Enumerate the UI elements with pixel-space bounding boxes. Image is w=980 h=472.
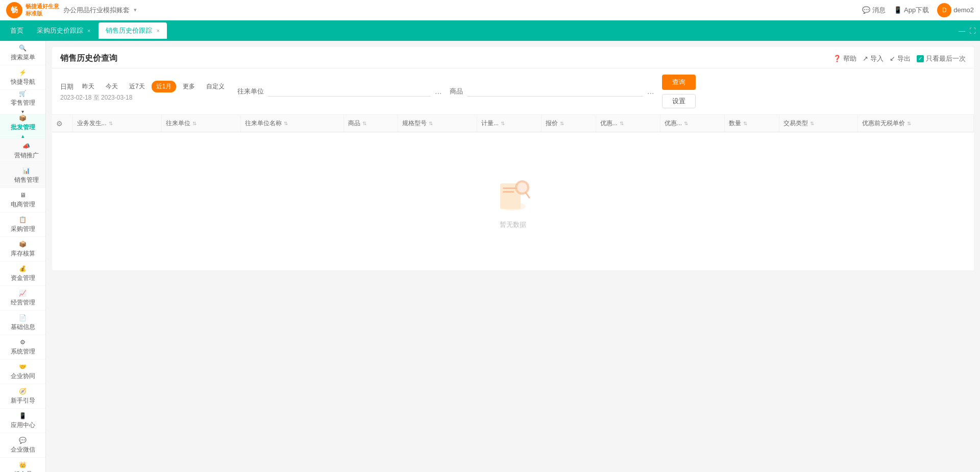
date-btn-yesterday[interactable]: 昨天	[78, 81, 99, 92]
sidebar-item-system[interactable]: ⚙ 系统管理	[0, 335, 45, 360]
col-quote[interactable]: 报价 ⇅	[542, 115, 596, 132]
sort-quantity: ⇅	[743, 121, 747, 126]
wechat-icon: 💬	[19, 437, 27, 444]
tab-minimize-icon[interactable]: —	[959, 27, 965, 35]
sidebar-item-app-center[interactable]: 📱 应用中心	[0, 409, 45, 433]
sidebar-item-retail[interactable]: 🛒 零售管理 ▾	[0, 90, 45, 114]
filter-row: 日期 昨天 今天 近7天 近1月 更多 自定义 2023-02-18 至 202…	[60, 75, 966, 108]
export-icon: ↙	[890, 55, 895, 62]
col-spec[interactable]: 规格型号 ⇅	[398, 115, 477, 132]
basic-info-icon: 📄	[19, 314, 27, 321]
sidebar-item-member[interactable]: 👑 畅会员	[0, 458, 45, 472]
checkbox-checked-icon: ✓	[917, 55, 924, 62]
svg-rect-3	[503, 191, 514, 193]
col-business-date[interactable]: 业务发生... ⇅	[72, 115, 162, 132]
app-download-button[interactable]: 📱 App下载	[894, 6, 929, 15]
table-settings-icon[interactable]: ⚙	[56, 120, 63, 128]
sort-source-unit: ⇅	[192, 121, 197, 126]
source-unit-input[interactable]	[268, 86, 431, 97]
col-discount2[interactable]: 优惠... ⇅	[660, 115, 725, 132]
sidebar-item-operation[interactable]: 📈 经营管理	[0, 286, 45, 311]
sort-discount2: ⇅	[684, 121, 688, 126]
source-unit-label: 往来单位	[237, 87, 264, 96]
sidebar-item-enterprise-collab[interactable]: 🤝 企业协同	[0, 360, 45, 384]
sidebar-item-inventory[interactable]: 📦 库存核算	[0, 237, 45, 262]
sort-pre-tax: ⇅	[907, 121, 911, 126]
col-settings: ⚙	[52, 115, 72, 132]
date-btn-1month[interactable]: 近1月	[152, 81, 177, 92]
sidebar-item-marketing[interactable]: 📣 营销推广	[0, 139, 45, 163]
sidebar-item-purchase[interactable]: 📋 采购管理	[0, 213, 45, 237]
sort-business-date: ⇅	[109, 121, 113, 126]
collab-icon: 🤝	[19, 363, 27, 370]
tab-purchase-close[interactable]: ×	[87, 28, 90, 34]
data-table: ⚙ 业务发生... ⇅ 往来单位	[52, 115, 974, 132]
col-trade-type[interactable]: 交易类型 ⇅	[779, 115, 857, 132]
message-button[interactable]: 💬 消息	[862, 6, 886, 15]
col-discount1[interactable]: 优惠... ⇅	[596, 115, 660, 132]
sort-source-unit-name: ⇅	[284, 121, 288, 126]
sidebar-item-guide[interactable]: 🧭 新手引导	[0, 384, 45, 409]
setting-button[interactable]: 设置	[662, 94, 696, 108]
guide-icon: 🧭	[19, 388, 27, 395]
col-quantity[interactable]: 数量 ⇅	[725, 115, 779, 132]
empty-icon	[493, 173, 533, 214]
source-unit-picker[interactable]: ...	[435, 87, 442, 96]
date-btn-today[interactable]: 今天	[101, 81, 122, 92]
purchase-icon: 📋	[19, 216, 27, 223]
col-pre-tax[interactable]: 优惠前无税单价 ⇅	[858, 115, 974, 132]
download-icon: 📱	[894, 6, 902, 14]
sidebar-item-sales-mgmt[interactable]: 📊 销售管理	[0, 163, 45, 188]
window-title-dropdown[interactable]: ▾	[134, 7, 137, 13]
goods-picker[interactable]: ...	[647, 87, 654, 96]
goods-input[interactable]	[467, 86, 643, 97]
tab-bar-controls: — ⛶	[959, 27, 976, 35]
col-goods[interactable]: 商品 ⇅	[344, 115, 398, 132]
help-icon: ❓	[833, 55, 841, 62]
tab-maximize-icon[interactable]: ⛶	[969, 27, 976, 35]
date-filter: 日期 昨天 今天 近7天 近1月 更多 自定义 2023-02-18 至 202…	[60, 81, 229, 102]
tab-sales-history[interactable]: 销售历史价跟踪 ×	[99, 22, 166, 39]
tab-sales-close[interactable]: ×	[156, 28, 159, 34]
avatar: D	[937, 3, 951, 17]
only-last-checkbox[interactable]: ✓ 只看最后一次	[917, 54, 966, 63]
search-icon: 🔍	[19, 44, 27, 52]
sort-goods: ⇅	[362, 121, 366, 126]
system-icon: ⚙	[20, 339, 26, 346]
user-area[interactable]: D demo2	[937, 3, 974, 17]
sidebar-item-quicknav[interactable]: ⚡ 快捷导航	[0, 65, 45, 90]
col-source-unit[interactable]: 往来单位 ⇅	[162, 115, 240, 132]
sort-trade-type: ⇅	[810, 121, 814, 126]
tab-purchase-history[interactable]: 采购历史价跟踪 ×	[30, 22, 97, 39]
goods-label: 商品	[450, 87, 463, 96]
export-button[interactable]: ↙ 导出	[890, 54, 911, 63]
date-buttons: 昨天 今天 近7天 近1月 更多 自定义	[78, 81, 229, 92]
import-icon: ↗	[863, 55, 868, 62]
sidebar-item-search[interactable]: 🔍 搜索菜单	[0, 41, 45, 65]
top-bar-right: 💬 消息 📱 App下载 D demo2	[862, 3, 974, 17]
message-icon: 💬	[862, 6, 870, 14]
sort-unit: ⇅	[501, 121, 505, 126]
col-unit[interactable]: 计量... ⇅	[477, 115, 541, 132]
sidebar-item-finance[interactable]: 💰 资金管理	[0, 262, 45, 286]
page-title: 销售历史价查询	[60, 53, 117, 64]
sidebar-item-basic-info[interactable]: 📄 基础信息	[0, 311, 45, 335]
date-btn-more[interactable]: 更多	[178, 81, 200, 92]
date-range-display: 2023-02-18 至 2023-03-18	[60, 93, 229, 102]
sort-discount1: ⇅	[620, 121, 624, 126]
sidebar-item-wechat[interactable]: 💬 企业微信	[0, 433, 45, 458]
goods-filter: 商品 ...	[450, 86, 654, 97]
help-button[interactable]: ❓ 帮助	[833, 54, 856, 63]
retail-icon: 🛒	[19, 90, 27, 97]
top-bar-left: 畅 畅捷通好生意 标准版 办公用品行业模拟账套 ▾	[6, 2, 137, 18]
date-btn-custom[interactable]: 自定义	[202, 81, 229, 92]
sidebar-item-ecommerce[interactable]: 🖥 电商管理	[0, 188, 45, 213]
col-source-unit-name[interactable]: 往来单位名称 ⇅	[240, 115, 344, 132]
tab-home[interactable]: 首页	[4, 26, 30, 35]
date-btn-7days[interactable]: 近7天	[125, 81, 150, 92]
query-button[interactable]: 查询	[662, 75, 696, 90]
import-button[interactable]: ↗ 导入	[863, 54, 884, 63]
sidebar-item-wholesale[interactable]: 📦 批发管理 ▴	[0, 114, 45, 139]
logo-icon: 畅	[6, 2, 22, 18]
sidebar: 🔍 搜索菜单 ⚡ 快捷导航 🛒 零售管理 ▾ 📦 批发管理 ▴ 📣 营销推广 📊…	[0, 41, 46, 472]
